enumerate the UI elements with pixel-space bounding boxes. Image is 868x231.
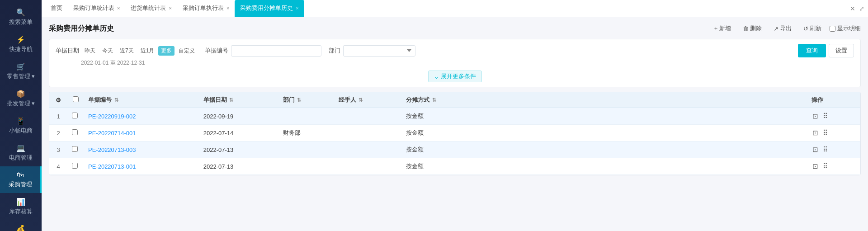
more-icon-2[interactable]: ⠿ <box>822 128 829 138</box>
tab-purchase-order-exec[interactable]: 采购订单执行表× <box>177 0 235 17</box>
sidebar-item-search[interactable]: 🔍搜索菜单 <box>0 4 42 31</box>
sort-doc-no-icon[interactable]: ⇅ <box>114 97 118 103</box>
refresh-button[interactable]: ↺ 刷新 <box>800 23 825 34</box>
setting-button[interactable]: 设置 <box>829 44 854 57</box>
delete-button[interactable]: 🗑 删除 <box>739 23 765 34</box>
row-doc-no-1: PE-20220919-002 <box>84 108 199 125</box>
expand-more-button[interactable]: ⌄ 展开更多条件 <box>428 71 482 82</box>
search-button[interactable]: 查询 <box>798 44 826 57</box>
date-more[interactable]: 更多 <box>158 46 175 56</box>
edit-icon-3[interactable]: ⊡ <box>811 145 819 155</box>
filter-row: 单据日期 昨天 今天 近7天 近1月 更多 自定义 单据编号 部门 <box>56 44 854 57</box>
sidebar-item-ecommerce[interactable]: 💻电商管理 <box>0 139 42 166</box>
tab-purchase-expense-history[interactable]: 采购费用分摊单历史× <box>235 0 304 17</box>
dept-select[interactable]: 财务部 <box>343 45 415 57</box>
tab-close-purchase-expense-history[interactable]: × <box>296 5 298 11</box>
row-check-2[interactable] <box>72 129 78 135</box>
doc-no-link-2[interactable]: PE-20220714-001 <box>88 130 136 137</box>
edit-icon-2[interactable]: ⊡ <box>811 128 819 138</box>
tab-close-purchase-order-stats[interactable]: × <box>117 5 120 11</box>
row-check-1[interactable] <box>72 113 78 118</box>
tab-bar: 首页采购订单统计表×进货单统计表×采购订单执行表×采购费用分摊单历史× ✕ ⤢ <box>42 0 868 17</box>
date-range-display: 2022-01-01 至 2022-12-31 <box>56 59 854 67</box>
content-area: 采购费用分摊单历史 + 新增 🗑 删除 ↗ 导出 ↺ 刷新 显示明细 <box>42 17 868 231</box>
th-doc-no: 单据编号 ⇅ <box>84 92 199 108</box>
tab-inbound-stats[interactable]: 进货单统计表× <box>125 0 177 17</box>
delete-icon: 🗑 <box>743 25 749 32</box>
edit-icon-4[interactable]: ⊡ <box>811 161 819 171</box>
date-yesterday[interactable]: 昨天 <box>82 46 98 56</box>
th-actions: 操作 <box>807 92 860 108</box>
sidebar-item-retail[interactable]: 🛒零售管理 ▾ <box>0 58 42 85</box>
close-icon[interactable]: ✕ <box>850 5 855 12</box>
row-dept-2: 财务部 <box>278 125 334 141</box>
row-actions-4: ⊡ ⠿ <box>807 158 860 175</box>
chevron-down-icon: ⌄ <box>434 73 439 80</box>
date-7days[interactable]: 近7天 <box>117 46 137 56</box>
doc-no-input[interactable] <box>231 45 321 57</box>
row-check-4[interactable] <box>72 163 78 169</box>
more-icon-4[interactable]: ⠿ <box>822 161 829 171</box>
show-detail-checkbox[interactable]: 显示明细 <box>830 24 861 33</box>
edit-icon-1[interactable]: ⊡ <box>811 111 819 121</box>
sort-split-method-icon[interactable]: ⇅ <box>432 97 436 103</box>
row-split-method-2: 按金额 <box>401 125 807 141</box>
doc-no-link-3[interactable]: PE-20220713-003 <box>88 146 136 153</box>
sort-doc-date-icon[interactable]: ⇅ <box>229 97 233 103</box>
sidebar-item-purchase[interactable]: 🛍采购管理 <box>0 166 42 193</box>
tab-home[interactable]: 首页 <box>45 0 68 17</box>
doc-no-link-4[interactable]: PE-20220713-001 <box>88 163 136 170</box>
select-all-checkbox[interactable] <box>73 96 79 102</box>
more-icon-1[interactable]: ⠿ <box>822 111 829 121</box>
row-dept-4 <box>278 158 334 175</box>
doc-no-link-1[interactable]: PE-20220919-002 <box>88 113 136 120</box>
tab-close-inbound-stats[interactable]: × <box>169 5 171 11</box>
table-row: 1 PE-20220919-002 2022-09-19 按金额 ⊡ ⠿ <box>49 108 860 125</box>
row-check-3[interactable] <box>72 146 78 152</box>
date-custom[interactable]: 自定义 <box>176 46 198 56</box>
tab-purchase-order-stats[interactable]: 采购订单统计表× <box>68 0 125 17</box>
sidebar-item-finance[interactable]: 💰资金管理 <box>0 220 42 231</box>
ecommerce-icon: 💻 <box>16 144 25 152</box>
row-actions-1: ⊡ ⠿ <box>807 108 860 125</box>
table-header: ⚙ 单据编号 ⇅ 单据日期 ⇅ 部门 <box>49 92 860 108</box>
page-header: 采购费用分摊单历史 + 新增 🗑 删除 ↗ 导出 ↺ 刷新 显示明细 <box>49 23 861 34</box>
sort-dept-icon[interactable]: ⇅ <box>297 97 301 103</box>
date-filter-label: 单据日期 <box>56 47 79 55</box>
sort-handler-icon[interactable]: ⇅ <box>359 97 363 103</box>
doc-no-label: 单据编号 <box>205 47 228 55</box>
row-doc-date-4: 2022-07-13 <box>199 158 278 175</box>
row-split-method-1: 按金额 <box>401 108 807 125</box>
row-handler-2 <box>334 125 401 141</box>
sidebar-item-mini[interactable]: 📱小畅电商 <box>0 112 42 139</box>
export-icon: ↗ <box>774 25 778 32</box>
sidebar-item-quicknav[interactable]: ⚡快捷导航 <box>0 31 42 58</box>
th-settings[interactable]: ⚙ <box>49 92 67 108</box>
row-actions-2: ⊡ ⠿ <box>807 125 860 141</box>
inventory-icon: 📊 <box>16 198 25 206</box>
row-handler-4 <box>334 158 401 175</box>
th-checkbox <box>67 92 84 108</box>
table-row: 3 PE-20220713-003 2022-07-13 按金额 ⊡ ⠿ <box>49 141 860 158</box>
date-filter-group: 单据日期 昨天 今天 近7天 近1月 更多 自定义 <box>56 46 198 56</box>
tab-close-purchase-order-exec[interactable]: × <box>226 5 229 11</box>
doc-no-filter-group: 单据编号 <box>205 45 321 57</box>
sidebar: 🔍搜索菜单⚡快捷导航🛒零售管理 ▾📦批发管理 ▾📱小畅电商💻电商管理🛍采购管理📊… <box>0 0 42 231</box>
date-today[interactable]: 今天 <box>99 46 116 56</box>
row-num-1: 1 <box>49 108 67 125</box>
sidebar-item-inventory[interactable]: 📊库存核算 <box>0 193 42 220</box>
row-checkbox-1 <box>67 108 84 125</box>
row-doc-no-2: PE-20220714-001 <box>84 125 199 141</box>
date-1month[interactable]: 近1月 <box>138 46 157 56</box>
more-icon-3[interactable]: ⠿ <box>822 145 829 155</box>
export-button[interactable]: ↗ 导出 <box>770 23 795 34</box>
dept-filter-group: 部门 财务部 <box>329 45 415 57</box>
filter-panel: 单据日期 昨天 今天 近7天 近1月 更多 自定义 单据编号 部门 <box>49 39 861 87</box>
maximize-icon[interactable]: ⤢ <box>859 5 864 12</box>
table-row: 2 PE-20220714-001 2022-07-14 财务部 按金额 ⊡ ⠿ <box>49 125 860 141</box>
row-split-method-3: 按金额 <box>401 141 807 158</box>
add-button[interactable]: + 新增 <box>711 23 735 34</box>
row-checkbox-2 <box>67 125 84 141</box>
data-table: ⚙ 单据编号 ⇅ 单据日期 ⇅ 部门 <box>49 92 860 175</box>
sidebar-item-wholesale[interactable]: 📦批发管理 ▾ <box>0 85 42 112</box>
